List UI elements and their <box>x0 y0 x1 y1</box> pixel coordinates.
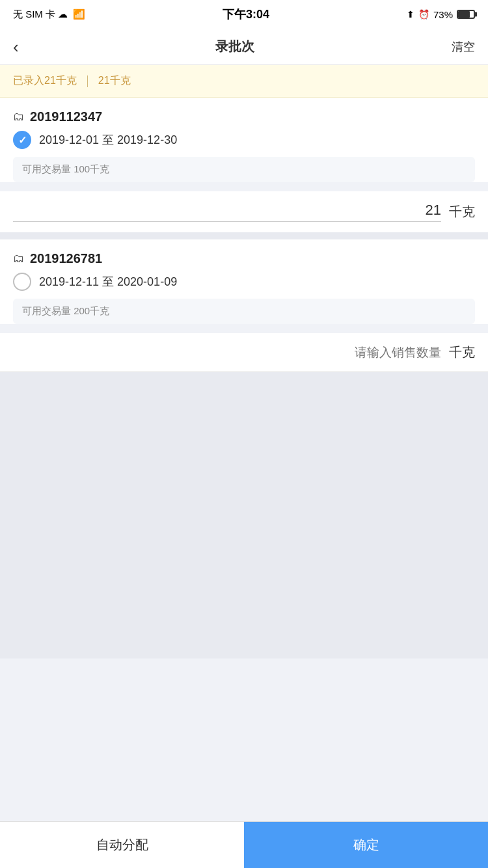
batch-1-avail: 可用交易量 100千克 <box>22 163 109 174</box>
clear-button[interactable]: 清空 <box>452 39 475 55</box>
batch-1-radio[interactable] <box>13 131 31 149</box>
sim-status: 无 SIM 卡 ☁ <box>13 8 68 21</box>
info-value: 21千克 <box>98 74 131 88</box>
batch-2-date-row: 2019-12-11 至 2020-01-09 <box>13 273 475 291</box>
status-right: ⬆ ⏰ 73% <box>407 9 475 20</box>
batch-1-unit: 千克 <box>449 203 475 221</box>
batch-1-quantity-input[interactable] <box>376 202 441 219</box>
status-time: 下午3:04 <box>223 7 269 22</box>
batch-item-2: 🗂 2019126781 2019-12-11 至 2020-01-09 可用交… <box>0 239 488 324</box>
back-button[interactable]: ‹ <box>13 38 19 55</box>
bottom-bar: 自动分配 确定 <box>0 821 488 868</box>
alarm-icon: ⏰ <box>418 9 429 20</box>
main-content: 已录入21千克 21千克 🗂 2019112347 2019-12-01 至 2… <box>0 65 488 705</box>
batch-1-date-row: 2019-12-01 至 2019-12-30 <box>13 131 475 149</box>
battery-percent: 73% <box>433 9 453 20</box>
section-separator <box>0 233 488 239</box>
batch-2-unit: 千克 <box>449 344 475 361</box>
batch-1-date: 2019-12-01 至 2019-12-30 <box>39 132 177 148</box>
batch-2-header: 🗂 2019126781 <box>13 251 475 266</box>
status-left: 无 SIM 卡 ☁ 📶 <box>13 8 85 21</box>
batch-2-id: 2019126781 <box>30 251 102 266</box>
status-bar: 无 SIM 卡 ☁ 📶 下午3:04 ⬆ ⏰ 73% <box>0 0 488 29</box>
batch-1-avail-box: 可用交易量 100千克 <box>13 157 475 182</box>
info-divider <box>87 75 88 87</box>
confirm-button[interactable]: 确定 <box>244 822 488 868</box>
recorded-label: 已录入21千克 <box>13 74 77 88</box>
batch-2-quantity-row: 千克 <box>0 333 488 372</box>
info-banner: 已录入21千克 21千克 <box>0 65 488 98</box>
nav-bar: ‹ 录批次 清空 <box>0 29 488 65</box>
batch-1-icon: 🗂 <box>13 110 25 124</box>
wifi-icon: 📶 <box>73 8 85 20</box>
batch-2-icon: 🗂 <box>13 252 25 265</box>
batch-2-avail-box: 可用交易量 200千克 <box>13 299 475 324</box>
batch-1-quantity-row: 千克 <box>0 191 488 233</box>
auto-distribute-button[interactable]: 自动分配 <box>0 822 244 868</box>
location-icon: ⬆ <box>407 9 414 20</box>
empty-area <box>0 372 488 658</box>
batch-2-quantity-input[interactable] <box>13 346 441 360</box>
batch-1-quantity-underline <box>13 202 441 222</box>
batch-2-date: 2019-12-11 至 2020-01-09 <box>39 274 177 290</box>
batch-1-id: 2019112347 <box>30 109 102 124</box>
battery-icon <box>457 10 475 19</box>
page-title: 录批次 <box>215 38 254 55</box>
batch-2-radio[interactable] <box>13 273 31 291</box>
batch-item-1: 🗂 2019112347 2019-12-01 至 2019-12-30 可用交… <box>0 98 488 182</box>
batch-1-header: 🗂 2019112347 <box>13 109 475 124</box>
batch-2-avail: 可用交易量 200千克 <box>22 305 109 316</box>
